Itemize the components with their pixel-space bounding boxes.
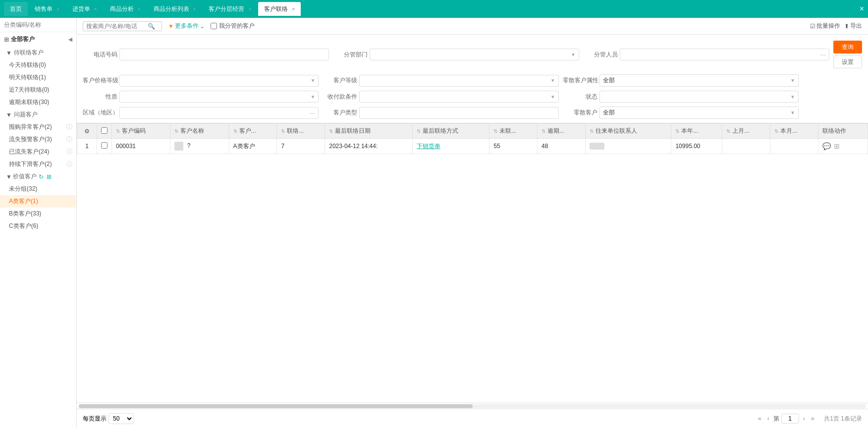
sidebar-item-churned[interactable]: 已流失客户(24) ⓘ [0, 146, 76, 158]
region-input[interactable]: ··· [119, 107, 319, 119]
col-this-month[interactable]: ⇅本月... [770, 124, 818, 139]
sidebar-group-pending[interactable]: ▼ 待联络客户 [0, 47, 76, 59]
retail-attr-input[interactable]: 全部 ▼ [599, 74, 799, 87]
col-last-month[interactable]: ⇅上月... [722, 124, 770, 139]
sidebar-search-input[interactable] [4, 21, 77, 28]
col-settings[interactable]: ⚙ [77, 124, 97, 139]
next-page-btn[interactable]: › [801, 414, 807, 423]
manager-dots-icon: ··· [820, 51, 826, 58]
col-type[interactable]: ⇅客户... [229, 124, 277, 139]
page-size-select[interactable]: 50 100 200 [108, 413, 134, 424]
status-input[interactable]: ▼ [599, 91, 799, 103]
col-overdue[interactable]: ⇅逾期... [538, 124, 586, 139]
search-icon[interactable]: 🔍 [148, 23, 155, 30]
dept-input[interactable]: ▼ [370, 49, 579, 60]
sidebar-item-declining[interactable]: 持续下滑客户(2) ⓘ [0, 158, 76, 170]
last-page-btn[interactable]: » [809, 414, 816, 423]
my-customer-input[interactable] [211, 23, 217, 29]
col-name[interactable]: ⇅客户名称 [170, 124, 229, 139]
export-btn[interactable]: ⬆ 导出 [844, 22, 862, 30]
arrow-down-icon-2: ▼ [6, 111, 12, 118]
horizontal-scrollbar[interactable] [77, 403, 868, 409]
row-checkbox[interactable] [97, 139, 112, 154]
refresh-icon[interactable]: ↻ [38, 173, 45, 180]
info-icon-2: ⓘ [66, 135, 72, 144]
qr-icon[interactable]: ⊞ [834, 142, 840, 150]
window-close-button[interactable]: × [860, 4, 864, 13]
row-last-method[interactable]: 下销货单 [413, 139, 489, 154]
row-index: 1 [77, 139, 97, 154]
price-level-input[interactable]: ▼ [119, 75, 319, 87]
first-page-btn[interactable]: « [756, 414, 763, 423]
sidebar-item-7days[interactable]: 近7天待联络(0) [0, 84, 76, 96]
scroll-thumb[interactable] [79, 404, 473, 408]
sidebar-item-hoarding[interactable]: 囤购异常客户(2) ⓘ [0, 121, 76, 133]
filter-more-btn[interactable]: ▼ 更多条件 ⌄ [166, 21, 207, 31]
col-code[interactable]: ⇅客户编码 [112, 124, 170, 139]
select-all-checkbox[interactable] [101, 127, 108, 134]
col-this-year[interactable]: ⇅本年... [671, 124, 722, 139]
my-customer-checkbox[interactable]: 我分管的客户 [211, 22, 255, 30]
sidebar-item-churn-warning[interactable]: 流失预警客户(3) ⓘ [0, 133, 76, 146]
message-icon[interactable]: 💬 [822, 142, 831, 150]
close-analysis-list-tab[interactable]: × [193, 6, 196, 12]
col-checkbox[interactable] [97, 124, 112, 139]
price-arrow-icon: ▼ [310, 78, 315, 83]
close-analysis-tab[interactable]: × [138, 6, 141, 12]
sidebar-item-a-class[interactable]: A类客户(1) [0, 195, 76, 208]
row-contact: 7 [277, 139, 325, 154]
prev-page-btn[interactable]: ‹ [765, 414, 771, 423]
col-no-days[interactable]: ⇅未联... [489, 124, 538, 139]
cust-level-input[interactable]: ▼ [359, 75, 558, 87]
sidebar-group-problem[interactable]: ▼ 问题客户 [0, 108, 76, 121]
cust-level-arrow-icon: ▼ [550, 78, 555, 83]
close-sales-tab[interactable]: × [56, 6, 59, 12]
page-input[interactable] [781, 414, 799, 424]
sidebar-item-c-class[interactable]: C类客户(6) [0, 220, 76, 232]
retail-input[interactable]: 全部 ▼ [599, 107, 799, 119]
export-icon: ⬆ [844, 23, 849, 30]
sidebar-group-value[interactable]: ▼ 价值客户 ↻ ⊞ [0, 170, 76, 183]
filter-manager: 分管人员 ··· [583, 49, 829, 60]
info-icon-3: ⓘ [66, 148, 72, 156]
tab-customer-contact[interactable]: 客户联络 × [258, 2, 301, 16]
tab-purchase[interactable]: 进货单 × [66, 2, 103, 16]
col-last-method[interactable]: ⇅最后联络方式 [413, 124, 489, 139]
sidebar-all-customers[interactable]: ⊞ 全部客户 ◀ [0, 32, 76, 47]
sidebar-item-overdue[interactable]: 逾期未联络(30) [0, 96, 76, 108]
search-box[interactable]: 🔍 [83, 21, 162, 31]
query-button[interactable]: 查询 [833, 41, 862, 54]
add-group-icon[interactable]: ⊞ [46, 173, 53, 180]
payment-input[interactable]: ▼ [359, 91, 558, 103]
scroll-track[interactable] [79, 404, 866, 408]
close-customer-segment-tab[interactable]: × [248, 6, 251, 12]
sidebar-item-b-class[interactable]: B类客户(33) [0, 208, 76, 220]
sidebar-item-tomorrow[interactable]: 明天待联络(1) [0, 71, 76, 84]
phone-input[interactable] [119, 49, 329, 60]
close-customer-contact-tab[interactable]: × [292, 6, 295, 12]
sort-last-date-icon: ⇅ [329, 128, 333, 134]
tab-home[interactable]: 首页 [4, 2, 28, 16]
tab-analysis[interactable]: 商品分析 × [104, 2, 147, 16]
nature-input[interactable]: ▼ [119, 91, 319, 103]
tab-customer-segment[interactable]: 客户分层经营 × [203, 2, 257, 16]
tab-analysis-list[interactable]: 商品分析列表 × [148, 2, 202, 16]
row-select-checkbox[interactable] [101, 142, 108, 149]
table-row: 1 000031 ? A类客户 7 2023-04-12 14:44: 下销货单… [77, 139, 868, 154]
col-contact2[interactable]: ⇅往来单位联系人 [585, 124, 671, 139]
search-input[interactable] [86, 23, 146, 30]
settings-button[interactable]: 设置 [833, 55, 862, 68]
page-controls: « ‹ 第 › » 共1页 1条记录 [756, 414, 862, 424]
region-dots-icon: ··· [310, 109, 316, 117]
batch-op-btn[interactable]: ☑ 批量操作 [810, 22, 840, 30]
close-purchase-tab[interactable]: × [94, 6, 97, 12]
manager-input[interactable]: ··· [620, 49, 829, 60]
sidebar-item-today[interactable]: 今天待联络(0) [0, 59, 76, 71]
filter-row-4: 区域（地区） ··· 客户类型 零散客户 全部 ▼ [83, 107, 862, 119]
cust-type-input[interactable] [359, 107, 558, 119]
sidebar-item-unclassified[interactable]: 未分组(32) [0, 183, 76, 195]
tab-sales[interactable]: 销售单 × [29, 2, 65, 16]
col-contact-count[interactable]: ⇅联络... [277, 124, 325, 139]
retail-arrow-icon: ▼ [790, 110, 795, 115]
col-last-date[interactable]: ⇅最后联络日期 [325, 124, 413, 139]
